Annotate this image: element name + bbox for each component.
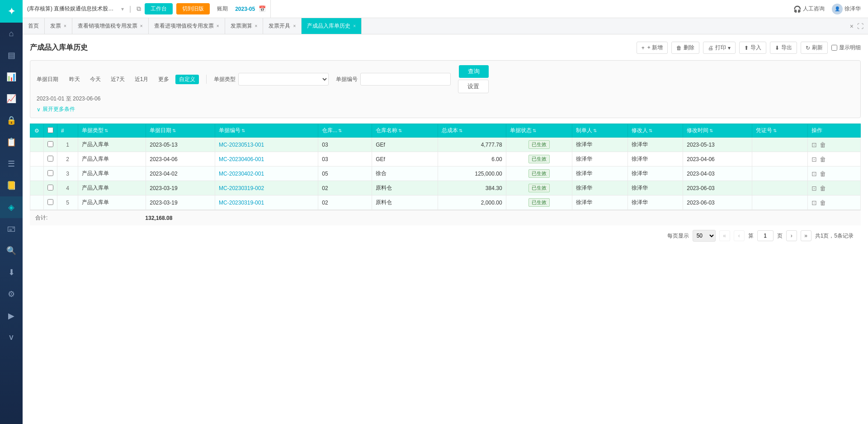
- copy-icon[interactable]: ⧉: [137, 5, 141, 13]
- select-all-checkbox[interactable]: [47, 127, 53, 133]
- last-page-btn[interactable]: »: [801, 230, 811, 241]
- th-modify-time[interactable]: 修改时间⇅: [683, 124, 752, 138]
- tab-invoice-open-close[interactable]: ×: [293, 24, 296, 29]
- page-input[interactable]: [757, 230, 774, 241]
- sidebar-item-chart[interactable]: 📈: [0, 88, 23, 110]
- th-checkbox[interactable]: [44, 124, 57, 138]
- th-total-cost[interactable]: 总成本⇅: [438, 124, 506, 138]
- sidebar-item-stamp[interactable]: 🖃: [0, 218, 23, 240]
- type-select[interactable]: [238, 73, 329, 86]
- week-btn[interactable]: 近7天: [107, 75, 128, 84]
- th-warehouse-name[interactable]: 仓库名称⇅: [372, 124, 438, 138]
- row-checkbox-1[interactable]: [47, 156, 53, 162]
- query-button[interactable]: 查询: [459, 65, 489, 78]
- tab-input-vat-close[interactable]: ×: [217, 24, 219, 29]
- first-page-btn[interactable]: «: [719, 230, 730, 241]
- sidebar-item-home[interactable]: ⌂: [0, 23, 23, 44]
- tab-invoice-calc[interactable]: 发票测算 ×: [225, 18, 264, 34]
- delete-row-icon-4[interactable]: 🗑: [820, 199, 826, 206]
- th-creator[interactable]: 制单人⇅: [572, 124, 627, 138]
- prev-page-btn[interactable]: ‹: [734, 230, 745, 241]
- td-checkbox-0[interactable]: [44, 138, 57, 152]
- company-dropdown-icon[interactable]: ▾: [121, 6, 124, 12]
- th-number[interactable]: 单据编号⇅: [215, 124, 318, 138]
- tab-home[interactable]: 首页: [23, 18, 45, 34]
- show-detail-checkbox[interactable]: [831, 45, 837, 51]
- edit-icon-2[interactable]: ⊡: [811, 170, 817, 177]
- sidebar-item-v[interactable]: V: [0, 327, 23, 348]
- calendar-icon[interactable]: 📅: [259, 5, 266, 12]
- workbench-button[interactable]: 工作台: [145, 3, 173, 14]
- delete-row-icon-3[interactable]: 🗑: [820, 185, 826, 192]
- custom-date-btn[interactable]: 自定义: [175, 75, 199, 84]
- tab-product-history[interactable]: 产成品入库单历史 ×: [302, 18, 362, 34]
- th-voucher[interactable]: 凭证号⇅: [752, 124, 808, 138]
- delete-row-icon-0[interactable]: 🗑: [820, 141, 826, 148]
- number-link-4[interactable]: MC-20230319-001: [219, 200, 264, 206]
- edit-icon-0[interactable]: ⊡: [811, 141, 817, 148]
- sidebar-item-search[interactable]: 🔍: [0, 240, 23, 262]
- th-date[interactable]: 单据日期⇅: [146, 124, 215, 138]
- tab-input-vat[interactable]: 查看进项增值税专用发票 ×: [149, 18, 225, 34]
- number-link-1[interactable]: MC-20230406-001: [219, 156, 264, 162]
- app-logo[interactable]: ✦: [0, 0, 23, 23]
- tab-close-all-icon[interactable]: ×: [850, 23, 854, 30]
- td-checkbox-2[interactable]: [44, 167, 57, 181]
- switch-version-button[interactable]: 切到旧版: [176, 3, 210, 14]
- number-link-2[interactable]: MC-20230402-001: [219, 171, 264, 177]
- edit-icon-4[interactable]: ⊡: [811, 199, 817, 206]
- delete-row-icon-1[interactable]: 🗑: [820, 156, 826, 163]
- tab-invoice-close[interactable]: ×: [64, 24, 66, 29]
- next-page-btn[interactable]: ›: [786, 230, 797, 241]
- sidebar-item-analytics[interactable]: 📊: [0, 66, 23, 88]
- delete-button[interactable]: 🗑 删除: [671, 42, 699, 54]
- td-number-3[interactable]: MC-20230319-002: [215, 181, 318, 195]
- th-status[interactable]: 单据状态⇅: [506, 124, 572, 138]
- tab-product-history-close[interactable]: ×: [353, 24, 356, 29]
- td-number-2[interactable]: MC-20230402-001: [215, 167, 318, 181]
- refresh-button[interactable]: ↻ 刷新: [801, 42, 828, 54]
- tab-invoice-open[interactable]: 发票开具 ×: [263, 18, 302, 34]
- td-number-1[interactable]: MC-20230406-001: [215, 152, 318, 167]
- month-btn[interactable]: 近1月: [131, 75, 152, 84]
- th-modifier[interactable]: 修改人⇅: [627, 124, 683, 138]
- user-profile[interactable]: 👤 徐泽华: [832, 4, 861, 14]
- edit-icon-1[interactable]: ⊡: [811, 156, 817, 163]
- today-btn[interactable]: 今天: [86, 75, 104, 84]
- tab-invoice[interactable]: 发票 ×: [45, 18, 72, 34]
- expand-more-btn[interactable]: ∨ 展开更多条件: [37, 105, 854, 113]
- import-button[interactable]: ⬆ 导入: [739, 42, 766, 54]
- delete-row-icon-2[interactable]: 🗑: [820, 170, 826, 177]
- sidebar-item-download[interactable]: ⬇: [0, 262, 23, 283]
- new-button[interactable]: + + 新增: [637, 42, 668, 54]
- number-link-3[interactable]: MC-20230319-002: [219, 185, 264, 191]
- page-size-select[interactable]: 50 100 200: [693, 230, 716, 242]
- row-checkbox-3[interactable]: [47, 185, 53, 191]
- th-type[interactable]: 单据类型⇅: [78, 124, 146, 138]
- tab-fullscreen-icon[interactable]: ⛶: [857, 23, 863, 30]
- sidebar-item-ledger[interactable]: 📒: [0, 175, 23, 196]
- sidebar-item-lock[interactable]: 🔒: [0, 110, 23, 131]
- tab-invoice-calc-close[interactable]: ×: [255, 24, 258, 29]
- show-detail-toggle[interactable]: 显示明细: [831, 44, 861, 52]
- sidebar-item-active[interactable]: ◈: [0, 196, 23, 218]
- sidebar-item-play[interactable]: ▶: [0, 305, 23, 327]
- help-button[interactable]: 🎧 人工咨询: [793, 5, 825, 13]
- row-checkbox-2[interactable]: [47, 170, 53, 176]
- edit-icon-3[interactable]: ⊡: [811, 185, 817, 192]
- sidebar-item-doc[interactable]: 📋: [0, 131, 23, 153]
- td-number-4[interactable]: MC-20230319-001: [215, 195, 318, 210]
- more-btn[interactable]: 更多: [155, 75, 173, 84]
- set-button[interactable]: 设置: [458, 80, 489, 93]
- tab-sales-vat[interactable]: 查看销项增值税专用发票 ×: [72, 18, 149, 34]
- tab-sales-vat-close[interactable]: ×: [140, 24, 143, 29]
- th-settings[interactable]: ⚙: [30, 124, 44, 138]
- export-button[interactable]: ⬇ 导出: [770, 42, 797, 54]
- number-input[interactable]: [360, 73, 451, 86]
- print-button[interactable]: 🖨 打印 ▾: [703, 42, 736, 54]
- yesterday-btn[interactable]: 昨天: [66, 75, 84, 84]
- td-checkbox-1[interactable]: [44, 152, 57, 167]
- td-checkbox-3[interactable]: [44, 181, 57, 195]
- row-checkbox-4[interactable]: [47, 199, 53, 205]
- td-checkbox-4[interactable]: [44, 195, 57, 210]
